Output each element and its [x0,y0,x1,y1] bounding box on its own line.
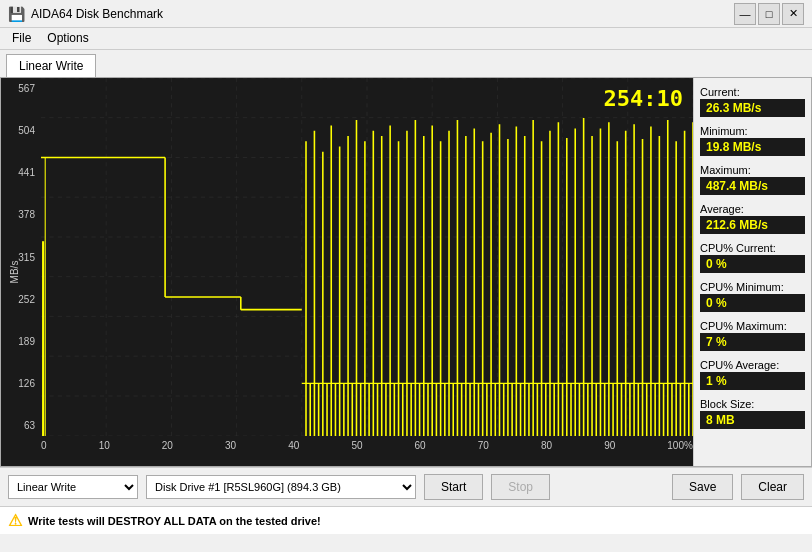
block-size-label: Block Size: [700,398,805,410]
chart-canvas [41,78,693,436]
stat-minimum: Minimum: 19.8 MB/s [700,125,805,156]
average-label: Average: [700,203,805,215]
chart-svg [41,78,693,436]
cpu-minimum-value: 0 % [700,294,805,312]
menu-options[interactable]: Options [39,30,96,47]
stat-current: Current: 26.3 MB/s [700,86,805,117]
minimize-button[interactable]: — [734,3,756,25]
maximum-label: Maximum: [700,164,805,176]
title-bar-left: 💾 AIDA64 Disk Benchmark [8,6,163,22]
x-label-10: 10 [99,440,110,451]
menu-file[interactable]: File [4,30,39,47]
title-bar-controls: — □ ✕ [734,3,804,25]
current-label: Current: [700,86,805,98]
app-title: AIDA64 Disk Benchmark [31,7,163,21]
cpu-maximum-label: CPU% Maximum: [700,320,805,332]
y-label-252: 252 [3,294,39,305]
y-axis: 567 504 441 378 315 252 189 126 63 [1,78,41,436]
y-label-126: 126 [3,378,39,389]
x-label-40: 40 [288,440,299,451]
stat-cpu-current: CPU% Current: 0 % [700,242,805,273]
average-value: 212.6 MB/s [700,216,805,234]
stat-average: Average: 212.6 MB/s [700,203,805,234]
stats-panel: Current: 26.3 MB/s Minimum: 19.8 MB/s Ma… [693,78,811,466]
main-content: MB/s 567 504 441 378 315 252 189 126 63 [0,77,812,467]
y-label-378: 378 [3,209,39,220]
cpu-current-value: 0 % [700,255,805,273]
maximum-value: 487.4 MB/s [700,177,805,195]
block-size-value: 8 MB [700,411,805,429]
x-label-60: 60 [415,440,426,451]
y-label-189: 189 [3,336,39,347]
cpu-minimum-label: CPU% Minimum: [700,281,805,293]
clear-button[interactable]: Clear [741,474,804,500]
y-label-441: 441 [3,167,39,178]
tab-linear-write[interactable]: Linear Write [6,54,96,77]
save-button[interactable]: Save [672,474,733,500]
x-label-100: 100% [667,440,693,451]
y-label-567: 567 [3,83,39,94]
minimum-value: 19.8 MB/s [700,138,805,156]
drive-select[interactable]: Disk Drive #1 [R5SL960G] (894.3 GB) [146,475,416,499]
bottom-controls: Linear Write Disk Drive #1 [R5SL960G] (8… [0,467,812,506]
x-label-70: 70 [478,440,489,451]
menu-bar: File Options [0,28,812,50]
chart-area: MB/s 567 504 441 378 315 252 189 126 63 [1,78,693,466]
test-select[interactable]: Linear Write [8,475,138,499]
y-label-504: 504 [3,125,39,136]
close-button[interactable]: ✕ [782,3,804,25]
start-button[interactable]: Start [424,474,483,500]
y-label-315: 315 [3,252,39,263]
cpu-average-value: 1 % [700,372,805,390]
warning-text: Write tests will DESTROY ALL DATA on the… [28,515,321,527]
x-label-20: 20 [162,440,173,451]
stat-cpu-maximum: CPU% Maximum: 7 % [700,320,805,351]
cpu-average-label: CPU% Average: [700,359,805,371]
x-label-80: 80 [541,440,552,451]
x-label-90: 90 [604,440,615,451]
tab-bar: Linear Write [0,50,812,77]
app-icon: 💾 [8,6,25,22]
stat-maximum: Maximum: 487.4 MB/s [700,164,805,195]
minimum-label: Minimum: [700,125,805,137]
stop-button[interactable]: Stop [491,474,550,500]
cpu-maximum-value: 7 % [700,333,805,351]
timer-display: 254:10 [604,86,683,111]
title-bar: 💾 AIDA64 Disk Benchmark — □ ✕ [0,0,812,28]
x-label-50: 50 [351,440,362,451]
y-label-63: 63 [3,420,39,431]
x-axis: 0 10 20 30 40 50 60 70 80 90 100% [41,436,693,466]
warning-bar: ⚠ Write tests will DESTROY ALL DATA on t… [0,506,812,534]
warning-icon: ⚠ [8,511,22,530]
x-label-0: 0 [41,440,47,451]
x-label-30: 30 [225,440,236,451]
stat-block-size: Block Size: 8 MB [700,398,805,429]
stat-cpu-minimum: CPU% Minimum: 0 % [700,281,805,312]
maximize-button[interactable]: □ [758,3,780,25]
stat-cpu-average: CPU% Average: 1 % [700,359,805,390]
cpu-current-label: CPU% Current: [700,242,805,254]
current-value: 26.3 MB/s [700,99,805,117]
